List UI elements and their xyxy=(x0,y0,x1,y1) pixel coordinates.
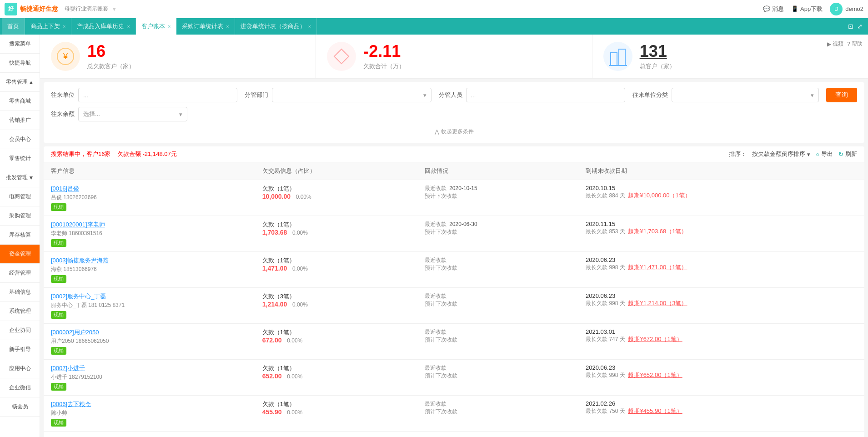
close-icon[interactable]: × xyxy=(127,24,130,29)
balance-select[interactable]: 选择... ▾ xyxy=(78,107,187,121)
sidebar-item-operations[interactable]: 经营管理 xyxy=(0,264,40,283)
overdue-link[interactable]: 超期¥1,703.68（1笔） xyxy=(628,228,687,235)
overdue-link[interactable]: 超期¥1,214.00（3笔） xyxy=(628,300,687,306)
app-download-btn[interactable]: 📱 App下载 xyxy=(791,5,823,13)
last-collect: 最近收款 xyxy=(425,328,572,336)
dropdown-icon[interactable]: ▾ xyxy=(113,6,115,12)
table-row: [0006]去下粮仓 陈小帅 现销 欠款（1笔） 455.90 0.00% 最近… xyxy=(44,396,864,432)
debt-count: 欠款（1笔） xyxy=(262,400,410,408)
collapse-button[interactable]: ⋀ 收起更多条件 xyxy=(51,126,857,137)
maximize-icon[interactable]: ⤢ xyxy=(857,23,863,30)
arrow-icon: ▼ xyxy=(29,175,34,181)
data-table: 客户信息 欠交易信息（占比） 回款情况 到期未收款日期 [0016]吕俊 吕俊 … xyxy=(44,162,864,437)
collection-cell: 最近收款 2020-06-30 预计下次收款 xyxy=(417,216,579,252)
filter-balance-label: 往来余额 xyxy=(51,110,75,118)
user-menu[interactable]: D demo2 xyxy=(830,3,863,15)
refresh-button[interactable]: ↻ 刷新 xyxy=(838,150,857,158)
customer-contact: 服务中心_丁磊 181 0125 8371 xyxy=(51,301,248,309)
sidebar-item-new-guide[interactable]: 新手引导 xyxy=(0,340,40,359)
customer-name-link[interactable]: [0007]小进千 xyxy=(51,364,248,372)
customer-info-cell: [0002]服务中心_丁磊 服务中心_丁磊 181 0125 8371 现销 xyxy=(44,288,255,324)
due-date-cell: 2021.03.01 最长欠款 747 天 超期¥672.00（1笔） xyxy=(578,324,864,360)
overdue-link[interactable]: 超期¥455.90（1笔） xyxy=(628,407,682,414)
sidebar-item-app-center[interactable]: 应用中心 xyxy=(0,359,40,378)
stat-value-debt-total: -2.11 xyxy=(363,42,405,60)
unit-category-select[interactable]: ▾ xyxy=(672,88,819,102)
message-btn[interactable]: 💬 消息 xyxy=(763,5,784,13)
sort-button[interactable]: 按欠款金额倒序排序 ▾ xyxy=(752,150,810,158)
customer-contact: 小进千 18279152100 xyxy=(51,373,248,381)
close-icon[interactable]: × xyxy=(63,24,65,29)
help-btn[interactable]: ? 帮助 xyxy=(847,40,863,48)
overdue-link[interactable]: 超期¥652.00（1笔） xyxy=(628,372,682,378)
sidebar-item-ecommerce[interactable]: 电商管理 xyxy=(0,187,40,206)
table-row: [0016]吕俊 吕俊 13026203696 现销 欠款（1笔） 10,000… xyxy=(44,180,864,216)
debt-percent: 0.00% xyxy=(292,266,308,272)
customer-name-link[interactable]: [0003]畅捷服务尹海燕 xyxy=(51,256,248,265)
search-button[interactable]: 查询 xyxy=(826,88,857,102)
overdue-link[interactable]: 超期¥1,471.00（1笔） xyxy=(628,264,687,271)
person-input[interactable]: ... xyxy=(466,88,625,102)
sidebar-item-system[interactable]: 系统管理 xyxy=(0,302,40,321)
stat-label-total-customers: 总客户（家） xyxy=(640,62,675,70)
customer-name-link[interactable]: [0006]去下粮仓 xyxy=(51,400,248,408)
tab-product-history[interactable]: 产成品入库单历史 × xyxy=(71,18,135,35)
sidebar-item-enterprise-collab[interactable]: 企业协同 xyxy=(0,321,40,340)
sidebar-item-member-center[interactable]: 会员中心 xyxy=(0,130,40,149)
from-unit-input[interactable]: ... xyxy=(78,88,237,102)
tab-products-on-off[interactable]: 商品上下架 × xyxy=(25,18,71,35)
table-row: [000002]用户2050 用户2050 18665062050 现销 欠款（… xyxy=(44,324,864,360)
due-date-cell: 2020.12.30 最长欠款 808 天 超期¥429.00（1笔） xyxy=(578,432,864,437)
dept-select[interactable]: ▾ xyxy=(272,88,431,102)
sidebar-item-basic-info[interactable]: 基础信息 xyxy=(0,283,40,302)
tab-purchase-order[interactable]: 采购订单统计表 × xyxy=(176,18,235,35)
customer-name-link[interactable]: [000002]用户2050 xyxy=(51,328,248,337)
debt-percent: 0.00% xyxy=(292,230,308,236)
customer-name-link[interactable]: [0001020001]李老师 xyxy=(51,221,248,229)
filter-balance: 往来余额 选择... ▾ xyxy=(51,107,187,121)
next-collect: 预计下次收款 xyxy=(425,192,572,200)
tab-customer-account[interactable]: 客户账本 × xyxy=(136,18,176,35)
sidebar-item-retail-store[interactable]: 零售商城 xyxy=(0,92,40,111)
sidebar-item-marketing[interactable]: 营销推广 xyxy=(0,111,40,130)
close-icon[interactable]: × xyxy=(226,24,229,29)
sidebar-item-enterprise-wechat[interactable]: 企业微信 xyxy=(0,378,40,397)
sidebar-item-inventory[interactable]: 库存核算 xyxy=(0,226,40,245)
customer-name-link[interactable]: [0016]吕俊 xyxy=(51,185,248,193)
sidebar-item-vip-member[interactable]: 畅会员 xyxy=(0,397,40,417)
customer-info-cell: [000001]黄思源 黄思源 13552700226 现销 xyxy=(44,432,255,437)
stat-info-debt-customers: 16 总欠款客户（家） xyxy=(87,42,135,70)
export-button[interactable]: ○ 导出 xyxy=(816,150,833,158)
sidebar-item-finance[interactable]: 资金管理 xyxy=(0,245,40,264)
last-collect: 最近收款 xyxy=(425,364,572,372)
restore-icon[interactable]: ⊡ xyxy=(848,23,853,30)
tab-bar-actions: ⊡ ⤢ xyxy=(848,23,866,30)
top-bar: 好 畅捷通好生意 母婴行业演示账套 ▾ 💬 消息 📱 App下载 D demo2 xyxy=(0,0,868,18)
overdue-link[interactable]: 超期¥10,000.00（1笔） xyxy=(628,192,690,199)
debt-amount-row: 1,703.68 0.00% xyxy=(262,229,410,236)
stat-icon-yuan: ¥ xyxy=(51,42,80,71)
filter-unit-category: 往来单位分类 ▾ xyxy=(632,88,819,102)
tab-purchase-stats[interactable]: 进货单统计表（按商品） × xyxy=(235,18,317,35)
due-date: 2021.02.26 xyxy=(586,400,857,407)
close-icon[interactable]: × xyxy=(168,24,171,29)
collection-cell: 最近收款 预计下次收款 xyxy=(417,432,579,437)
close-icon[interactable]: × xyxy=(308,24,311,29)
stat-label-debt-total: 欠款合计（万） xyxy=(363,62,405,70)
tab-home[interactable]: 首页 xyxy=(2,18,25,35)
customer-info-cell: [0003]畅捷服务尹海燕 海燕 18513066976 现销 xyxy=(44,252,255,288)
overdue-link[interactable]: 超期¥672.00（1笔） xyxy=(628,336,682,342)
stat-icon-diamond xyxy=(327,42,356,71)
sidebar-item-retail-mgmt[interactable]: 零售管理 ▲ xyxy=(0,73,40,92)
sidebar-item-quick-nav[interactable]: 快捷导航 xyxy=(0,54,40,73)
sidebar-item-retail-stats[interactable]: 零售统计 xyxy=(0,149,40,168)
debt-info-cell: 欠款（1笔） 672.00 0.00% xyxy=(255,324,417,360)
sidebar-item-batch-mgmt[interactable]: 批发管理 ▼ xyxy=(0,168,40,187)
overdue-days: 最长欠款 853 天 超期¥1,703.68（1笔） xyxy=(586,227,857,236)
sidebar-item-search-menu[interactable]: 搜索菜单 xyxy=(0,35,40,54)
last-collect: 最近收款 2020-06-30 xyxy=(425,221,572,228)
sidebar-item-purchase-mgmt[interactable]: 采购管理 xyxy=(0,206,40,226)
customer-name-link[interactable]: [0002]服务中心_丁磊 xyxy=(51,292,248,301)
svg-text:¥: ¥ xyxy=(63,52,68,61)
video-btn[interactable]: ▶ 视频 xyxy=(827,40,843,48)
